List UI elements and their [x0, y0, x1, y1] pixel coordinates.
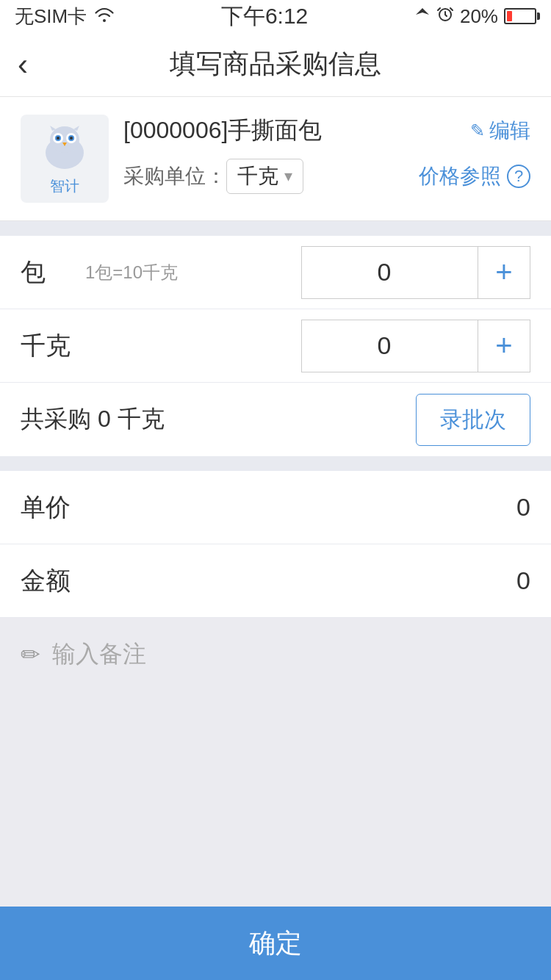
- product-unit-row: 采购单位： 千克 ▾ 价格参照 ?: [123, 159, 530, 194]
- battery-icon: [504, 8, 536, 24]
- status-bar: 无SIM卡 下午6:12 20%: [0, 0, 551, 32]
- edit-icon: ✎: [470, 120, 485, 141]
- svg-point-7: [57, 137, 60, 140]
- price-ref-label: 价格参照: [419, 162, 501, 190]
- status-left: 无SIM卡: [15, 4, 115, 29]
- kg-input[interactable]: [301, 320, 478, 372]
- section-divider-1: [0, 221, 551, 236]
- unit-label: 采购单位：: [123, 162, 226, 190]
- amount-value: 0: [516, 566, 530, 595]
- brand-text: 智计: [50, 176, 79, 196]
- bag-input[interactable]: [301, 246, 478, 299]
- status-right: 20%: [414, 5, 536, 28]
- battery-percent: 20%: [460, 5, 498, 28]
- location-icon: [414, 5, 431, 28]
- unit-selector-group: 采购单位： 千克 ▾: [123, 159, 303, 194]
- back-button[interactable]: ‹: [18, 49, 28, 80]
- edit-button[interactable]: ✎ 编辑: [470, 117, 530, 145]
- input-section: 包 1包=10千克 + 千克 + 共采购 0 千克 录批次: [0, 236, 551, 456]
- bag-input-row: 包 1包=10千克 +: [0, 236, 551, 309]
- bag-label: 包: [21, 256, 79, 289]
- alarm-icon: [436, 5, 454, 28]
- unit-value: 千克: [237, 162, 278, 190]
- content-wrap: 智计 [0000006]手撕面包 ✎ 编辑 采购单位： 千克 ▾: [0, 97, 551, 980]
- section-divider-2: [0, 456, 551, 471]
- bag-plus-button[interactable]: +: [478, 246, 530, 299]
- remark-placeholder: 输入备注: [52, 638, 146, 671]
- owl-svg: [35, 122, 94, 173]
- kg-label: 千克: [21, 329, 79, 363]
- edit-label: 编辑: [489, 117, 530, 145]
- bag-input-wrap: +: [301, 246, 530, 299]
- batch-button[interactable]: 录批次: [416, 394, 530, 446]
- summary-row: 共采购 0 千克 录批次: [0, 383, 551, 456]
- kg-plus-button[interactable]: +: [478, 320, 530, 372]
- status-time: 下午6:12: [221, 1, 308, 32]
- bag-sublabel: 1包=10千克: [85, 261, 301, 284]
- confirm-button-label: 确定: [249, 926, 302, 962]
- unit-arrow-icon: ▾: [284, 167, 292, 186]
- product-image: 智计: [21, 115, 109, 203]
- unit-price-row: 单价 0: [0, 471, 551, 544]
- product-header: [0000006]手撕面包 ✎ 编辑: [123, 115, 530, 147]
- nav-bar: ‹ 填写商品采购信息: [0, 32, 551, 97]
- summary-text: 共采购 0 千克: [21, 403, 165, 436]
- confirm-bar[interactable]: 确定: [0, 907, 551, 980]
- price-ref-help-icon: ?: [507, 165, 530, 188]
- price-ref-button[interactable]: 价格参照 ?: [419, 162, 530, 190]
- unit-select[interactable]: 千克 ▾: [226, 159, 303, 194]
- price-section: 单价 0 金额 0: [0, 471, 551, 618]
- unit-price-label: 单价: [21, 491, 71, 525]
- amount-label: 金额: [21, 564, 71, 598]
- wifi-icon: [94, 5, 115, 28]
- product-image-inner: 智计: [21, 115, 109, 203]
- pencil-icon: ✏: [21, 641, 40, 669]
- product-info: [0000006]手撕面包 ✎ 编辑 采购单位： 千克 ▾ 价格参照 ?: [123, 115, 530, 194]
- unit-price-value: 0: [516, 493, 530, 522]
- kg-input-wrap: +: [301, 320, 530, 372]
- product-card: 智计 [0000006]手撕面包 ✎ 编辑 采购单位： 千克 ▾: [0, 97, 551, 221]
- svg-point-8: [70, 137, 73, 140]
- product-name: [0000006]手撕面包: [123, 115, 322, 147]
- page-title: 填写商品采购信息: [170, 46, 381, 82]
- carrier-text: 无SIM卡: [15, 4, 87, 29]
- remark-section[interactable]: ✏ 输入备注: [0, 618, 551, 691]
- kg-input-row: 千克 +: [0, 309, 551, 383]
- amount-row: 金额 0: [0, 544, 551, 618]
